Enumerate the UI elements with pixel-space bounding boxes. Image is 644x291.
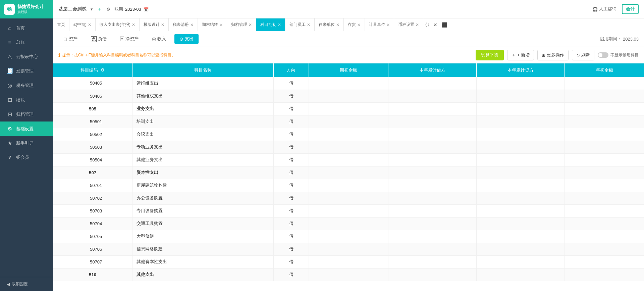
topbar: 基层工会测试 ▾ ＋ ⚙ 账期 2023-03 📅 🎧 人工咨询 会计 — [53, 0, 644, 18]
add-icon: ＋ — [512, 52, 516, 58]
table-row: 50406 其他维权支出 借 — [53, 90, 644, 102]
col-header-debit: 本年累计借方 — [388, 63, 476, 77]
tab-home[interactable]: 首页 — [53, 18, 69, 31]
tab-period-end[interactable]: 期末结转 ✕ — [198, 18, 227, 31]
col-header-year: 年初余额 — [565, 63, 644, 77]
cell-debit — [388, 179, 476, 192]
cell-debit — [388, 102, 476, 115]
toggle-switch[interactable] — [598, 52, 608, 58]
tab-income[interactable]: 收入支出表(年报) ✕ — [96, 18, 140, 31]
sidebar: 畅 畅捷通好会计 旗舰版 ⌂ 首页 ≡ 总账 △ 云报表中心 🧾 发票管理 ◎ … — [0, 0, 53, 291]
cell-debit — [388, 230, 476, 243]
cell-credit — [476, 192, 565, 204]
sidebar-item-archive[interactable]: ⊟ 归档管理 — [0, 107, 53, 122]
cell-year-balance — [565, 102, 644, 115]
tab-template[interactable]: 模版设计 ✕ — [140, 18, 169, 31]
cell-code: 507 — [53, 166, 132, 179]
tab-close-archive[interactable]: ✕ — [249, 22, 252, 27]
tabs-close-all-icon[interactable]: ✕ — [431, 22, 439, 28]
sidebar-item-guide[interactable]: ★ 新手引导 — [0, 136, 53, 150]
add-button[interactable]: ＋ + 新增 — [507, 50, 534, 60]
sub-tab-liability[interactable]: 负 负债 — [86, 34, 112, 44]
cell-year-balance — [565, 268, 644, 281]
subjects-table-wrap: 科目编码 ⚙ 科目名称 方向 期初余额 本年累计借方 本年累计贷方 年初余额 5… — [53, 63, 644, 291]
cell-credit — [476, 115, 565, 128]
cell-dir: 借 — [273, 166, 309, 179]
tab-stock[interactable]: 存货 ✕ — [344, 18, 365, 31]
sidebar-item-tax[interactable]: ◎ 税务管理 — [0, 78, 53, 93]
sidebar-item-home[interactable]: ⌂ 首页 — [0, 21, 53, 35]
tab-close-unit[interactable]: ✕ — [386, 22, 390, 27]
cell-name: 培训支出 — [132, 115, 274, 128]
tab-scroll-left-icon[interactable]: 〈 — [425, 22, 427, 28]
sidebar-item-ledger[interactable]: ≡ 总账 — [0, 35, 53, 49]
cell-code: 50701 — [53, 179, 132, 192]
cell-name: 信息网络购建 — [132, 243, 274, 255]
cell-credit — [476, 268, 565, 281]
tab-close-supplier[interactable]: ✕ — [336, 22, 339, 27]
tab-close-subject-init[interactable]: ✕ — [278, 22, 281, 27]
more-actions-button[interactable]: ⊞ 更多操作 — [537, 50, 569, 60]
period-label: 账期 2023-03 📅 — [114, 6, 149, 12]
logo-text: 畅捷通好会计 旗舰版 — [17, 4, 44, 14]
sidebar-item-settings[interactable]: ⚙ 基础设置 — [0, 122, 53, 136]
sub-tab-net-asset[interactable]: ≡ 净资产 — [115, 34, 144, 44]
company-dropdown-icon[interactable]: ▾ — [91, 7, 93, 12]
cell-year-balance — [565, 243, 644, 255]
tab-close-income[interactable]: ✕ — [132, 22, 135, 27]
sub-tab-income[interactable]: ◎ 收入 — [147, 34, 171, 44]
sidebar-item-reports[interactable]: △ 云报表中心 — [0, 49, 53, 64]
cell-name: 会议支出 — [132, 128, 274, 141]
tab-dept[interactable]: 部门员工 ✕ — [285, 18, 315, 31]
column-settings-icon[interactable]: ⚙ — [101, 67, 105, 72]
service-button[interactable]: 🎧 人工咨询 — [592, 6, 616, 12]
cell-code: 50501 — [53, 115, 132, 128]
tabs-expand-icon[interactable]: ⬛ — [439, 22, 449, 28]
tab-close-bs[interactable]: ✕ — [88, 22, 91, 27]
tab-close-stock[interactable]: ✕ — [357, 22, 361, 27]
tab-subject-init[interactable]: 科目期初 ✕ — [256, 18, 285, 31]
refresh-button[interactable]: ↻ 刷新 — [572, 50, 594, 60]
table-row: 50704 交通工具购置 借 — [53, 217, 644, 230]
cell-debit — [388, 204, 476, 217]
tab-close-currency[interactable]: ✕ — [416, 22, 419, 27]
table-row: 50705 大型修缮 借 — [53, 230, 644, 243]
tab-close-dept[interactable]: ✕ — [307, 22, 310, 27]
cell-debit — [388, 192, 476, 204]
tab-bs[interactable]: £(中期) ✕ — [69, 18, 96, 31]
company-settings-icon[interactable]: ⚙ — [106, 7, 110, 12]
sidebar-item-member[interactable]: V 畅会员 — [0, 150, 53, 164]
tab-currency[interactable]: 币种设置 ✕ — [394, 18, 423, 31]
tab-archive[interactable]: 归档管理 ✕ — [227, 18, 256, 31]
cell-debit — [388, 90, 476, 102]
cell-dir: 借 — [273, 115, 309, 128]
cell-code: 505 — [53, 102, 132, 115]
sub-tab-asset[interactable]: ◻ 资产 — [58, 34, 83, 44]
cell-year-balance — [565, 90, 644, 102]
kuaiji-button[interactable]: 会计 — [622, 4, 639, 14]
guide-icon: ★ — [7, 140, 13, 146]
cell-year-balance — [565, 153, 644, 166]
sidebar-item-close[interactable]: ⊡ 结账 — [0, 93, 53, 107]
logo-icon: 畅 — [4, 4, 15, 15]
tab-tax[interactable]: 税表清册 ✕ — [169, 18, 198, 31]
calc-balance-button[interactable]: 试算平衡 — [476, 50, 504, 60]
sub-tab-expense[interactable]: ⊙ 支出 — [174, 34, 199, 44]
tab-unit[interactable]: 计量单位 ✕ — [365, 18, 394, 31]
cell-name: 其他维权支出 — [132, 90, 274, 102]
collapse-icon: ◀ — [7, 282, 10, 287]
tab-close-template[interactable]: ✕ — [161, 22, 164, 27]
sidebar-item-invoice[interactable]: 🧾 发票管理 — [0, 64, 53, 78]
tab-supplier[interactable]: 往来单位 ✕ — [315, 18, 344, 31]
cell-credit — [476, 128, 565, 141]
calendar-icon[interactable]: 📅 — [143, 7, 149, 12]
member-icon: V — [7, 155, 13, 160]
tab-close-tax[interactable]: ✕ — [190, 22, 194, 27]
tab-close-period-end[interactable]: ✕ — [219, 22, 223, 27]
tab-scroll-right-icon[interactable]: 〉 — [428, 22, 429, 28]
sidebar-collapse-button[interactable]: ◀ 取消固定 — [0, 277, 53, 291]
cell-code: 510 — [53, 268, 132, 281]
period-value: 2023-03 — [125, 7, 141, 12]
add-company-icon[interactable]: ＋ — [97, 6, 102, 13]
cell-year-balance — [565, 77, 644, 90]
